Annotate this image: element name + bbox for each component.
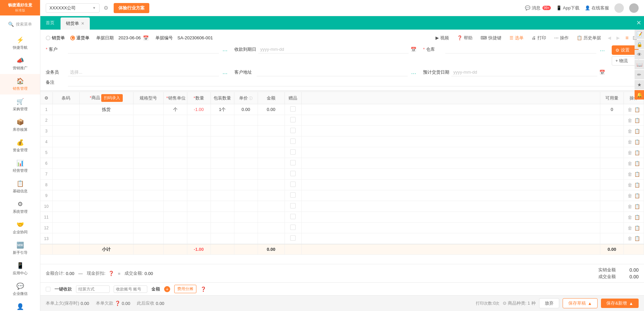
cell-pack-qty[interactable]	[211, 115, 234, 126]
online-service-btn[interactable]: 👤 在线客服	[585, 5, 609, 11]
cell-qty[interactable]	[187, 180, 211, 190]
cell-qty[interactable]	[187, 158, 211, 169]
tab-close-all[interactable]: ✕	[636, 19, 641, 27]
cell-gift[interactable]	[285, 212, 301, 223]
expense-help-icon[interactable]: ❓	[200, 286, 206, 292]
cell-unit[interactable]	[163, 169, 187, 180]
row-copy-btn[interactable]: 📋	[634, 236, 640, 241]
cell-amount[interactable]	[258, 169, 285, 180]
cell-gift[interactable]	[285, 223, 301, 233]
cell-unit[interactable]	[163, 115, 187, 126]
payment-account-input[interactable]	[114, 285, 147, 293]
row-delete-btn[interactable]: 🗑	[628, 150, 632, 155]
cell-price[interactable]: 0.00	[234, 104, 258, 115]
cell-gift[interactable]	[285, 104, 301, 115]
row-delete-btn[interactable]: 🗑	[628, 225, 632, 231]
cell-settings[interactable]: 4	[40, 137, 52, 147]
cell-pack-qty[interactable]	[211, 180, 234, 190]
cell-price[interactable]	[234, 158, 258, 169]
right-panel-star[interactable]: ★	[635, 80, 644, 89]
trial-button[interactable]: 体验行业方案	[114, 3, 149, 13]
sidebar-item-system[interactable]: ⚙系统管理	[0, 197, 40, 218]
customer-address-input[interactable]	[257, 68, 408, 76]
row-copy-btn[interactable]: 📋	[634, 193, 640, 198]
sidebar-item-quick-nav[interactable]: ⚡快捷导航	[0, 33, 40, 53]
cell-gift[interactable]	[285, 190, 301, 201]
sidebar-search[interactable]: 🔍 搜索菜单	[0, 15, 40, 33]
sidebar-item-marketing[interactable]: 📣营销推广	[0, 53, 40, 74]
cell-pack-qty[interactable]	[211, 233, 234, 244]
cell-price[interactable]	[234, 233, 258, 244]
warehouse-dots-btn[interactable]: …	[600, 46, 605, 52]
sidebar-item-member[interactable]: 👤畅会员	[0, 300, 40, 311]
message-btn[interactable]: 💬 消息 99+	[525, 5, 551, 11]
radio-sales[interactable]: 销货单	[46, 35, 65, 41]
cell-pack-qty[interactable]: 1个	[211, 104, 234, 115]
row-delete-btn[interactable]: 🗑	[628, 236, 632, 241]
cell-product[interactable]	[79, 201, 133, 212]
cell-spec[interactable]	[133, 104, 163, 115]
help-btn[interactable]: ❓ 帮助	[454, 34, 475, 42]
sidebar-item-operations[interactable]: 📊经营管理	[0, 156, 40, 177]
user-avatar-2[interactable]	[629, 3, 639, 13]
actions-btn[interactable]: ⋯ 操作	[552, 34, 571, 42]
cell-product[interactable]	[79, 190, 133, 201]
cell-spec[interactable]	[133, 158, 163, 169]
sidebar-item-enterprise[interactable]: 🤝企业协同	[0, 218, 40, 238]
sidebar-item-purchase[interactable]: 🛒采购管理	[0, 94, 40, 115]
row-delete-btn[interactable]: 🗑	[628, 118, 632, 123]
cell-pack-qty[interactable]	[211, 169, 234, 180]
cell-pack-qty[interactable]	[211, 212, 234, 223]
row-delete-btn[interactable]: 🗑	[628, 215, 632, 220]
cell-amount[interactable]	[258, 115, 285, 126]
row-delete-btn[interactable]: 🗑	[628, 128, 632, 134]
cell-amount[interactable]	[258, 180, 285, 190]
cell-amount[interactable]	[258, 147, 285, 158]
choose-btn[interactable]: ☰ 选单	[507, 34, 526, 42]
cell-settings[interactable]: 10	[40, 201, 52, 212]
cell-gift[interactable]	[285, 126, 301, 137]
cell-gift[interactable]	[285, 158, 301, 169]
cell-qty[interactable]	[187, 201, 211, 212]
cell-gift[interactable]	[285, 137, 301, 147]
cell-unit[interactable]	[163, 180, 187, 190]
cell-spec[interactable]	[133, 233, 163, 244]
cell-unit[interactable]	[163, 137, 187, 147]
right-panel-shield[interactable]: 🔒	[635, 40, 644, 49]
app-download-btn[interactable]: 📱 App下载	[556, 5, 579, 11]
cell-price[interactable]	[234, 126, 258, 137]
cell-spec[interactable]	[133, 147, 163, 158]
cell-gift[interactable]	[285, 115, 301, 126]
row-delete-btn[interactable]: 🗑	[628, 161, 632, 166]
discount-help-icon[interactable]: ❓	[108, 271, 114, 276]
cell-amount[interactable]	[258, 126, 285, 137]
cell-spec[interactable]	[133, 169, 163, 180]
cell-settings[interactable]: 7	[40, 169, 52, 180]
cell-price[interactable]	[234, 115, 258, 126]
cell-settings[interactable]: 9	[40, 190, 52, 201]
cell-product[interactable]	[79, 126, 133, 137]
due-date-calendar-icon[interactable]: 📅	[411, 47, 416, 52]
doc-owed-help-icon[interactable]: ❓	[115, 301, 120, 306]
scan-btn[interactable]: 扫码录入	[101, 94, 123, 102]
cell-unit[interactable]	[163, 201, 187, 212]
sidebar-item-sales[interactable]: 🏠销售管理	[0, 74, 40, 94]
cell-price[interactable]	[234, 212, 258, 223]
cell-spec[interactable]	[133, 115, 163, 126]
cell-unit[interactable]	[163, 158, 187, 169]
topbar-settings-btn[interactable]: ⚙	[104, 5, 108, 11]
cell-unit[interactable]	[163, 233, 187, 244]
cell-qty[interactable]	[187, 223, 211, 233]
cell-spec[interactable]	[133, 223, 163, 233]
list-view-btn[interactable]: ≡	[624, 34, 630, 42]
tab-sales-order[interactable]: 销货单 ✕	[61, 17, 90, 30]
cell-gift[interactable]	[285, 180, 301, 190]
cell-pack-qty[interactable]	[211, 158, 234, 169]
sidebar-item-inventory[interactable]: 📦库存核算	[0, 115, 40, 135]
add-payment-btn[interactable]: +	[164, 286, 170, 292]
col-settings[interactable]: ⚙	[40, 92, 52, 104]
cell-price[interactable]	[234, 201, 258, 212]
expense-btn[interactable]: 费用分摊	[174, 285, 196, 293]
cell-product[interactable]	[79, 147, 133, 158]
right-panel-eye[interactable]: 👁	[635, 50, 644, 59]
